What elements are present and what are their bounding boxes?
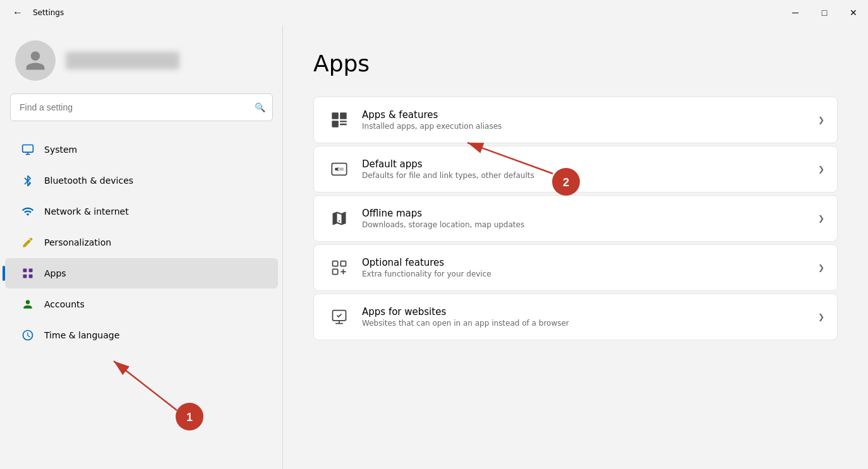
sidebar-item-bluetooth[interactable]: Bluetooth & devices xyxy=(5,165,278,196)
svg-rect-6 xyxy=(29,275,33,278)
bluetooth-icon xyxy=(20,173,35,188)
default-apps-text: Default apps Defaults for file and link … xyxy=(362,158,811,180)
svg-rect-7 xyxy=(332,112,339,119)
titlebar-title: Settings xyxy=(33,8,64,17)
settings-item-default-apps[interactable]: Default apps Defaults for file and link … xyxy=(313,146,838,193)
optional-features-title: Optional features xyxy=(362,257,811,268)
default-apps-desc: Defaults for file and link types, other … xyxy=(362,171,811,180)
settings-item-optional-features[interactable]: Optional features Extra functionality fo… xyxy=(313,244,838,291)
sidebar: 🔍 System Bluetooth & devices xyxy=(0,25,283,469)
sidebar-label-time: Time & language xyxy=(44,330,119,340)
settings-item-apps-features[interactable]: Apps & features Installed apps, app exec… xyxy=(313,97,838,143)
sidebar-label-bluetooth: Bluetooth & devices xyxy=(44,175,133,186)
svg-rect-0 xyxy=(23,145,33,153)
search-icon: 🔍 xyxy=(255,102,265,112)
apps-websites-title: Apps for websites xyxy=(362,306,811,318)
offline-maps-chevron: ❯ xyxy=(818,214,824,223)
sidebar-divider xyxy=(282,25,283,469)
sidebar-item-apps[interactable]: Apps xyxy=(5,258,278,288)
user-icon xyxy=(24,49,47,72)
sidebar-item-personalization[interactable]: Personalization xyxy=(5,227,278,258)
personalization-icon xyxy=(20,235,35,250)
maximize-button[interactable]: □ xyxy=(810,0,839,25)
user-name xyxy=(66,52,179,69)
network-icon xyxy=(20,204,35,219)
back-button[interactable]: ← xyxy=(8,0,28,25)
default-apps-icon xyxy=(327,157,352,182)
apps-websites-icon xyxy=(327,304,352,329)
default-apps-chevron: ❯ xyxy=(818,165,824,174)
sidebar-label-accounts: Accounts xyxy=(44,299,85,309)
sidebar-item-network[interactable]: Network & internet xyxy=(5,196,278,227)
sidebar-label-apps: Apps xyxy=(44,268,66,278)
svg-rect-3 xyxy=(23,269,27,273)
close-button[interactable]: ✕ xyxy=(839,0,868,25)
offline-maps-desc: Downloads, storage location, map updates xyxy=(362,220,811,229)
apps-websites-text: Apps for websites Websites that can open… xyxy=(362,306,811,328)
sidebar-label-system: System xyxy=(44,145,77,155)
svg-rect-4 xyxy=(29,269,33,273)
offline-maps-text: Offline maps Downloads, storage location… xyxy=(362,208,811,229)
optional-features-desc: Extra functionality for your device xyxy=(362,270,811,278)
settings-list: Apps & features Installed apps, app exec… xyxy=(313,97,838,340)
system-icon xyxy=(20,142,35,157)
app-body: 🔍 System Bluetooth & devices xyxy=(0,25,868,469)
settings-item-apps-websites[interactable]: Apps for websites Websites that can open… xyxy=(313,294,838,340)
titlebar-left: ← Settings xyxy=(8,0,64,25)
accounts-icon xyxy=(20,297,35,312)
sidebar-item-system[interactable]: System xyxy=(5,134,278,165)
svg-rect-12 xyxy=(333,261,338,266)
sidebar-label-network: Network & internet xyxy=(44,206,129,217)
apps-websites-chevron: ❯ xyxy=(818,312,824,321)
offline-maps-title: Offline maps xyxy=(362,208,811,219)
optional-features-icon xyxy=(327,255,352,280)
page-title: Apps xyxy=(313,50,838,76)
optional-features-text: Optional features Extra functionality fo… xyxy=(362,257,811,278)
sidebar-item-accounts[interactable]: Accounts xyxy=(5,289,278,319)
main-content: Apps Apps & features Installed apps, app… xyxy=(283,25,868,469)
apps-features-desc: Installed apps, app execution aliases xyxy=(362,122,811,131)
sidebar-item-time[interactable]: Time & language xyxy=(5,320,278,350)
nav-list: System Bluetooth & devices Network & int… xyxy=(0,131,283,469)
settings-item-offline-maps[interactable]: Offline maps Downloads, storage location… xyxy=(313,195,838,242)
svg-rect-13 xyxy=(341,261,346,266)
titlebar-controls: ─ □ ✕ xyxy=(781,0,868,25)
svg-rect-8 xyxy=(340,112,347,119)
time-icon xyxy=(20,328,35,343)
apps-icon xyxy=(20,266,35,281)
sidebar-label-personalization: Personalization xyxy=(44,237,111,247)
default-apps-title: Default apps xyxy=(362,158,811,170)
avatar xyxy=(15,40,56,81)
svg-rect-14 xyxy=(333,269,338,274)
search-input[interactable] xyxy=(10,93,273,121)
offline-maps-icon xyxy=(327,206,352,231)
minimize-button[interactable]: ─ xyxy=(781,0,810,25)
titlebar: ← Settings ─ □ ✕ xyxy=(0,0,868,25)
optional-features-chevron: ❯ xyxy=(818,263,824,272)
apps-features-title: Apps & features xyxy=(362,109,811,121)
search-box: 🔍 xyxy=(10,93,273,121)
svg-rect-5 xyxy=(23,275,27,278)
user-section xyxy=(0,25,283,93)
apps-features-chevron: ❯ xyxy=(818,116,824,124)
apps-features-icon xyxy=(327,107,352,133)
apps-websites-desc: Websites that can open in an app instead… xyxy=(362,319,811,328)
svg-rect-9 xyxy=(332,121,339,128)
apps-features-text: Apps & features Installed apps, app exec… xyxy=(362,109,811,131)
